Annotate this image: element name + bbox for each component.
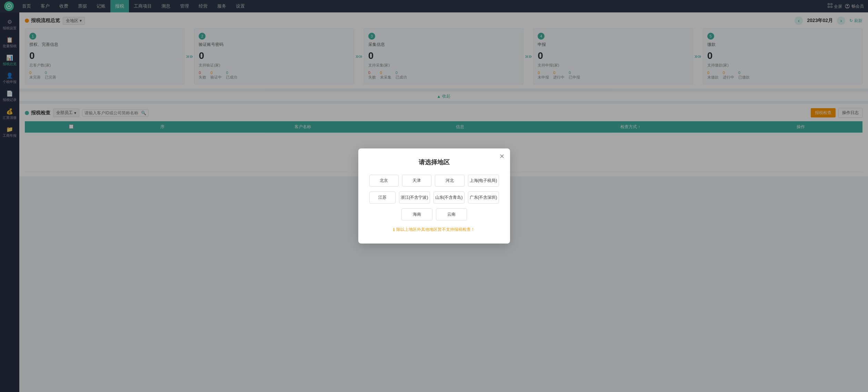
modal-warning: ℹ 除以上地区外其他地区暂不支持报税检查！: [369, 227, 499, 233]
region-btn-row2-3[interactable]: 广东(不含深圳): [468, 192, 499, 204]
modal-close-btn[interactable]: ✕: [499, 153, 505, 159]
region-btn-row1-1[interactable]: 天津: [402, 175, 431, 187]
region-btn-row1-2[interactable]: 河北: [435, 175, 464, 187]
region-btn-row1-3[interactable]: 上海(电子税局): [468, 175, 499, 187]
warning-icon: ℹ: [393, 227, 395, 232]
region-row3: 海南云南: [369, 208, 499, 220]
region-btn-row1-0[interactable]: 北京: [369, 175, 399, 187]
modal-title: 请选择地区: [369, 158, 499, 166]
region-btn-row2-1[interactable]: 浙江(不含宁波): [399, 192, 430, 204]
region-btn-row2-0[interactable]: 江苏: [369, 192, 396, 204]
region-row2: 江苏浙江(不含宁波)山东(不含青岛)广东(不含深圳): [369, 192, 499, 204]
region-btn-row3-1[interactable]: 云南: [436, 208, 467, 220]
region-btn-row3-0[interactable]: 海南: [401, 208, 432, 220]
region-modal: ✕ 请选择地区 北京天津河北上海(电子税局) 江苏浙江(不含宁波)山东(不含青岛…: [358, 148, 510, 244]
modal-overlay: ✕ 请选择地区 北京天津河北上海(电子税局) 江苏浙江(不含宁波)山东(不含青岛…: [0, 0, 868, 392]
region-row1: 北京天津河北上海(电子税局): [369, 175, 499, 187]
region-btn-row2-2[interactable]: 山东(不含青岛): [433, 192, 465, 204]
